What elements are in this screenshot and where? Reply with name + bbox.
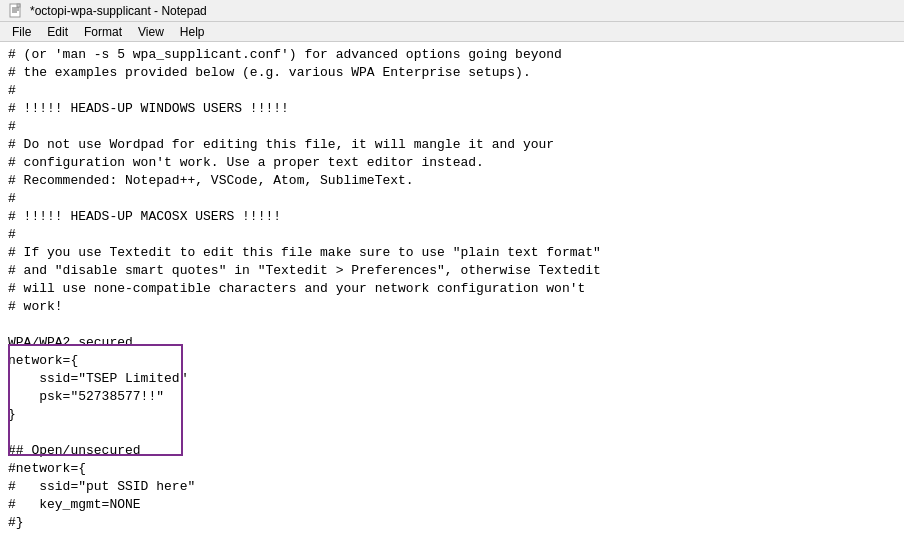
- editor-area[interactable]: # (or 'man -s 5 wpa_supplicant.conf') fo…: [0, 42, 904, 550]
- title-bar: *octopi-wpa-supplicant - Notepad: [0, 0, 904, 22]
- code-line: # !!!!! HEADS-UP WINDOWS USERS !!!!!: [8, 100, 896, 118]
- code-line: network={: [8, 352, 896, 370]
- code-line: # Do not use Wordpad for editing this fi…: [8, 136, 896, 154]
- code-line: #: [8, 190, 896, 208]
- menu-file[interactable]: File: [4, 22, 39, 41]
- code-line: # will use none-compatible characters an…: [8, 280, 896, 298]
- code-line: # Recommended: Notepad++, VSCode, Atom, …: [8, 172, 896, 190]
- menu-format[interactable]: Format: [76, 22, 130, 41]
- menu-bar: File Edit Format View Help: [0, 22, 904, 42]
- code-line: #: [8, 118, 896, 136]
- code-line: # ssid="put SSID here": [8, 478, 896, 496]
- code-line: #: [8, 226, 896, 244]
- menu-view[interactable]: View: [130, 22, 172, 41]
- code-line: ssid="TSEP Limited": [8, 370, 896, 388]
- code-line: }: [8, 406, 896, 424]
- code-line: # (or 'man -s 5 wpa_supplicant.conf') fo…: [8, 46, 896, 64]
- code-line: [8, 424, 896, 442]
- title-bar-text: *octopi-wpa-supplicant - Notepad: [30, 4, 207, 18]
- code-line: # and "disable smart quotes" in "Textedi…: [8, 262, 896, 280]
- code-line: # !!!!! HEADS-UP MACOSX USERS !!!!!: [8, 208, 896, 226]
- code-line: #: [8, 82, 896, 100]
- code-line: # key_mgmt=NONE: [8, 496, 896, 514]
- code-line: # If you use Textedit to edit this file …: [8, 244, 896, 262]
- code-line: # configuration won't work. Use a proper…: [8, 154, 896, 172]
- menu-help[interactable]: Help: [172, 22, 213, 41]
- app-icon: [8, 3, 24, 19]
- code-line: # work!: [8, 298, 896, 316]
- code-line: # the examples provided below (e.g. vari…: [8, 64, 896, 82]
- code-line: ## Open/unsecured: [8, 442, 896, 460]
- menu-edit[interactable]: Edit: [39, 22, 76, 41]
- code-line: #network={: [8, 460, 896, 478]
- code-line: WPA/WPA2 secured: [8, 334, 896, 352]
- svg-rect-1: [17, 4, 20, 7]
- code-line: #}: [8, 514, 896, 532]
- code-line: psk="52738577!!": [8, 388, 896, 406]
- code-line: [8, 316, 896, 334]
